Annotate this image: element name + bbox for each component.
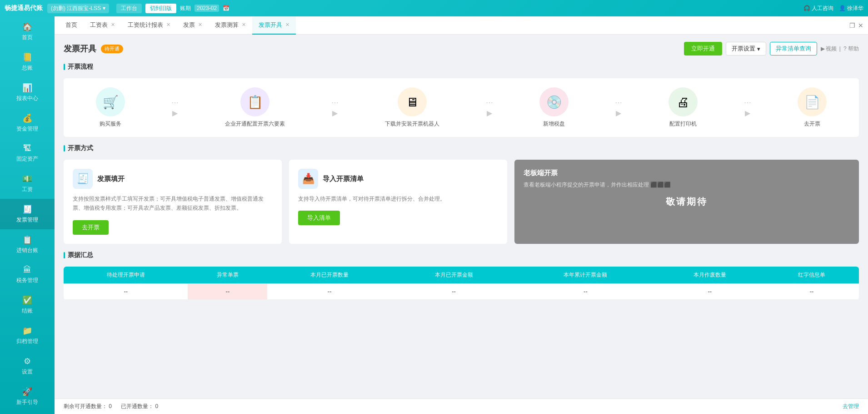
tab-home[interactable]: 首页 [59, 16, 84, 35]
tab-invoice-calc[interactable]: 发票测算 ✕ [209, 16, 252, 35]
sidebar-item-payroll[interactable]: 💵 工资 [0, 168, 55, 199]
play-icon: ▶ [821, 45, 825, 52]
company-selector[interactable]: (勿删) 江西服宝-LSS ▾ [47, 4, 109, 13]
sidebar-label-archive: 归档管理 [16, 338, 38, 345]
flow-container: 🛒 购买服务 ⋯ ▶ 📋 企业开通配置开票六要素 ⋯ ▶ [64, 78, 859, 137]
flow-arrow-2: ⋯ ▶ [331, 98, 339, 117]
sidebar-item-vip[interactable]: 👑 畅会员 [0, 412, 55, 414]
flow-arrow-4: ⋯ ▶ [615, 98, 622, 117]
flow-step-add-taxdisk[interactable]: 💿 新增税盘 [539, 87, 569, 128]
sidebar-item-archive[interactable]: 📁 归档管理 [0, 320, 55, 351]
buy-service-label: 购买服务 [100, 120, 121, 128]
flow-step-config-printer[interactable]: 🖨 配置打印机 [668, 87, 698, 128]
workspace-btn[interactable]: 工作台 [116, 4, 142, 13]
invoice-icon: 🧾 [22, 204, 32, 214]
config-printer-icon: 🖨 [668, 87, 698, 116]
sidebar-item-purchase[interactable]: 📋 进销台账 [0, 229, 55, 260]
cell-month-count: -- [267, 283, 391, 300]
settings-icon: ⚙ [24, 356, 31, 366]
import-list-button[interactable]: 导入清单 [298, 211, 340, 225]
user-btn[interactable]: 👤 徐泽华 [839, 5, 863, 12]
tab-close-all-icon[interactable]: ✕ [858, 22, 863, 29]
tab-invoice-tool[interactable]: 发票开具 ✕ [252, 16, 296, 35]
tab-payroll-table[interactable]: 工资表 ✕ [84, 16, 121, 35]
flow-arrow-5: ⋯ ▶ [744, 98, 751, 117]
tab-restore-icon[interactable]: ❐ [849, 22, 855, 29]
manage-link[interactable]: 去管理 [843, 403, 859, 410]
tab-close-payroll-table[interactable]: ✕ [111, 22, 115, 28]
boss-title: 老板端开票 [524, 169, 850, 177]
settlement-icon: ✅ [22, 295, 32, 305]
col-void-count: 本月作废数量 [655, 267, 765, 283]
flow-step-download-robot[interactable]: 🖥 下载并安装开票机器人 [385, 87, 439, 128]
tax-icon: 🏛 [23, 265, 31, 275]
main-layout: 🏠 首页 📒 总账 📊 报表中心 💰 资金管理 🏗 固定资产 💵 工资 🧾 发票… [0, 16, 868, 414]
open-now-button[interactable]: 立即开通 [684, 42, 722, 56]
app-logo: 畅捷通易代账 [5, 4, 43, 12]
cell-red-info: -- [764, 283, 859, 300]
flow-step-buy-service[interactable]: 🛒 购买服务 [96, 87, 125, 128]
tab-bar-actions: ❐ ✕ [849, 22, 863, 29]
help-link[interactable]: ? 帮助 [843, 45, 859, 53]
settings-button[interactable]: 开票设置 ▾ [726, 42, 766, 56]
sidebar-item-tax[interactable]: 🏛 税务管理 [0, 260, 55, 290]
table-row: -- -- -- -- -- -- -- [64, 283, 859, 300]
flow-step-config-enterprise[interactable]: 📋 企业开通配置开票六要素 [225, 87, 285, 128]
sidebar-label-ledger: 总账 [22, 64, 33, 72]
tab-close-invoice-tool[interactable]: ✕ [285, 22, 289, 28]
cell-void-count: -- [655, 283, 765, 300]
calendar-icon[interactable]: 📅 [223, 5, 229, 11]
sidebar-item-home[interactable]: 🏠 首页 [0, 16, 55, 47]
col-month-count: 本月已开票数量 [267, 267, 391, 283]
sidebar-label-settlement: 结账 [22, 307, 33, 315]
tab-close-invoice-calc[interactable]: ✕ [242, 22, 246, 28]
page-title: 发票开具 [64, 43, 96, 54]
remaining-value: 0 [109, 403, 112, 409]
ledger-icon: 📒 [22, 52, 32, 62]
flow-step-open-invoice[interactable]: 📄 去开票 [798, 87, 827, 128]
config-enterprise-icon: 📋 [240, 87, 269, 116]
tab-close-payroll-report[interactable]: ✕ [166, 22, 170, 28]
newbie-icon: 🚀 [22, 387, 32, 397]
tab-invoice[interactable]: 发票 ✕ [177, 16, 209, 35]
col-red-info: 红字信息单 [764, 267, 859, 283]
sidebar-item-newbie[interactable]: 🚀 新手引导 [0, 381, 55, 412]
download-robot-icon: 🖥 [398, 87, 427, 116]
company-dropdown-icon[interactable]: ▾ [103, 5, 105, 11]
import-list-icon: 📥 [298, 169, 318, 189]
method-header-import: 📥 导入开票清单 [298, 169, 498, 189]
sidebar-label-funds: 资金管理 [16, 125, 38, 133]
cell-abnormal: -- [188, 283, 267, 300]
sidebar-label-assets: 固定资产 [16, 155, 38, 163]
period-label: 账期 [180, 5, 191, 12]
sidebar-label-newbie: 新手引导 [16, 399, 38, 406]
go-open-invoice-button[interactable]: 去开票 [73, 220, 109, 235]
abnormal-query-button[interactable]: 异常清单查询 [770, 42, 817, 56]
sidebar-label-purchase: 进销台账 [16, 247, 38, 254]
summary-section-title: 票据汇总 [64, 251, 859, 259]
sidebar-item-reports[interactable]: 📊 报表中心 [0, 77, 55, 108]
method-card-boss: 老板端开票 查看老板端小程序提交的开票申请，并作出相应处理 ⬛⬛⬛ 敬请期待 [514, 160, 859, 244]
help-icon: ? [843, 45, 847, 52]
switch-old-btn[interactable]: 切到旧版 [145, 4, 176, 13]
sidebar-item-settings[interactable]: ⚙ 设置 [0, 351, 55, 381]
method-card-manual: 🧾 发票填开 支持按照发票样式手工填写开发票；可开具增值税电子普通发票、增值税普… [64, 160, 282, 244]
archive-icon: 📁 [22, 326, 32, 336]
video-link[interactable]: ▶ 视频 [821, 45, 837, 53]
page-header-right: 立即开通 开票设置 ▾ 异常清单查询 ▶ 视频 | ? [684, 42, 859, 56]
headset-icon: 🎧 [803, 5, 810, 11]
coming-soon-label: 敬请期待 [666, 196, 708, 208]
consultant-btn[interactable]: 🎧 人工咨询 [803, 5, 833, 12]
sidebar-item-assets[interactable]: 🏗 固定资产 [0, 138, 55, 168]
sidebar-item-ledger[interactable]: 📒 总账 [0, 47, 55, 77]
tab-payroll-report[interactable]: 工资统计报表 ✕ [121, 16, 177, 35]
buy-service-icon: 🛒 [96, 87, 125, 116]
manual-fill-title: 发票填开 [97, 175, 125, 183]
sidebar-item-funds[interactable]: 💰 资金管理 [0, 108, 55, 138]
tab-close-invoice[interactable]: ✕ [198, 22, 202, 28]
sidebar-item-invoice[interactable]: 🧾 发票管理 [0, 199, 55, 229]
open-invoice-label: 去开票 [804, 120, 820, 128]
config-printer-label: 配置打印机 [669, 120, 697, 128]
sidebar-item-settlement[interactable]: ✅ 结账 [0, 290, 55, 320]
cell-pending: -- [64, 283, 188, 300]
